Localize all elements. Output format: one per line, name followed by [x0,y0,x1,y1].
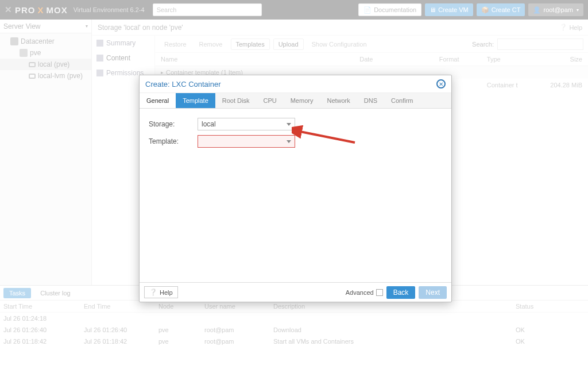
advanced-toggle[interactable]: Advanced [346,289,383,296]
dialog-help-button[interactable]: ❔Help [144,286,178,298]
back-button[interactable]: Back [386,286,416,299]
task-row[interactable]: Jul 26 01:24:18 [0,313,588,324]
tab-general[interactable]: General [140,93,176,108]
tasks-tab[interactable]: Tasks [3,288,31,298]
task-row[interactable]: Jul 26 01:18:42 Jul 26 01:18:42 pve root… [0,336,588,347]
create-ct-button[interactable]: 📦Create CT [477,3,525,16]
task-grid-header: Start Time End Time Node User name Descr… [0,301,588,313]
help-link[interactable]: ❔Help [559,24,582,31]
submenu-summary[interactable]: Summary [92,36,154,51]
dialog-title: Create: LXC Container [145,80,221,89]
tree-view-selector[interactable]: Server View▾ [0,20,91,33]
tab-template[interactable]: Template [176,93,215,108]
user-menu[interactable]: 👤root@pam▾ [528,3,583,16]
version-label: Virtual Environment 6.2-4 [74,6,145,13]
tab-root-disk[interactable]: Root Disk [215,93,257,108]
global-search-input[interactable] [153,3,262,16]
remove-button: Remove [195,39,227,49]
cluster-log-tab[interactable]: Cluster log [34,288,76,298]
checkbox-icon [376,289,383,296]
tab-confirm[interactable]: Confirm [384,93,420,108]
upload-button[interactable]: Upload [273,39,304,50]
storage-select[interactable]: local [198,118,295,130]
brand-logo: ✕ PROXMOX [5,5,68,15]
permissions-icon [96,70,103,76]
server-icon [20,49,28,57]
create-vm-button[interactable]: 🖥Create VM [425,3,473,16]
tab-network[interactable]: Network [320,93,357,108]
tab-dns[interactable]: DNS [357,93,384,108]
datacenter-icon [10,37,18,45]
tab-cpu[interactable]: CPU [256,93,283,108]
template-select[interactable] [198,135,295,148]
tree-node-pve[interactable]: pve [0,47,91,59]
content-search-input[interactable] [497,39,583,50]
restore-button: Restore [160,39,191,49]
next-button[interactable]: Next [419,286,447,299]
storage-icon [29,62,36,67]
task-row[interactable]: Jul 26 01:26:40 Jul 26 01:26:40 pve root… [0,324,588,336]
content-icon [96,55,103,61]
storage-label: Storage: [149,120,198,128]
show-config-button: Show Configuration [307,39,372,49]
dialog-close-button[interactable]: ✕ [436,79,446,89]
breadcrumb: Storage 'local' on node 'pve' [98,24,183,32]
summary-icon [96,40,103,47]
templates-button[interactable]: Templates [231,39,270,50]
chevron-down-icon [287,123,291,126]
grid-header: Name Date Format Type Size [155,53,588,66]
create-lxc-dialog: Create: LXC Container ✕ General Template… [139,75,452,302]
template-label: Template: [149,137,198,145]
tab-memory[interactable]: Memory [284,93,320,108]
tree-storage-local-lvm[interactable]: local-lvm (pve) [0,70,91,82]
storage-icon [29,74,36,79]
documentation-button[interactable]: 📄Documentation [358,3,421,16]
chevron-down-icon [287,140,291,143]
tree-datacenter[interactable]: Datacenter [0,36,91,47]
search-label: Search: [472,41,494,48]
tree-storage-local[interactable]: local (pve) [0,59,91,70]
submenu-content[interactable]: Content [92,51,154,66]
